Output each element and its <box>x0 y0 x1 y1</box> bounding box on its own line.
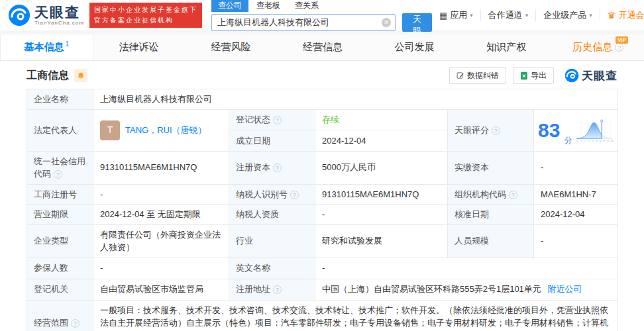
taxpayer-id: 91310115MAE6M1HN7Q <box>315 184 448 205</box>
field-label: 登记机关 <box>27 279 93 300</box>
tab-legal-proceedings[interactable]: 法律诉讼 <box>93 34 186 60</box>
field-label: 人员规模 <box>448 224 534 258</box>
field-label: 英文名称 <box>229 258 315 279</box>
reg-status: 存续 <box>315 109 448 130</box>
svg-text:15: 15 <box>588 139 590 142</box>
svg-text:5: 5 <box>584 139 586 142</box>
svg-text:100: 100 <box>610 139 614 142</box>
field-label: 统一社会信用代码? <box>27 151 93 184</box>
nav-open-vip[interactable]: ♛ 开通会员 ▾ <box>600 9 644 21</box>
paid-capital: - <box>534 151 618 184</box>
search-button[interactable]: 天眼一下 <box>402 13 432 32</box>
field-label: 参保人数 <box>27 258 93 279</box>
insured-count: - <box>93 258 229 279</box>
tab-history-info[interactable]: VIP 历史信息 ? <box>552 34 644 60</box>
search-tab-company[interactable]: 查公司 <box>211 0 248 12</box>
field-label: 企业名称 <box>27 89 93 110</box>
svg-text:60: 60 <box>596 139 598 142</box>
tab-basic-info[interactable]: 基本信息1 <box>0 34 93 60</box>
field-label: 实缴资本 <box>448 151 534 184</box>
svg-text:99: 99 <box>607 139 610 142</box>
score-distribution-chart: 0 1 5 15 40 60 80 95 99 100 <box>576 113 614 148</box>
establish-date: 2024-12-04 <box>315 130 448 152</box>
help-icon[interactable]: ? <box>492 126 500 135</box>
help-icon[interactable]: ? <box>290 191 299 199</box>
staff-size: - <box>534 224 618 258</box>
taxpayer-quality: - <box>315 205 448 225</box>
help-icon[interactable]: ? <box>54 170 62 179</box>
company-type: 有限责任公司（外商投资企业法人独资） <box>93 224 229 258</box>
field-label: 经营范围? <box>27 300 93 331</box>
nav-apps[interactable]: ▦ 应用 ▾ <box>432 9 480 21</box>
search-tab-boss[interactable]: 查老板 <box>250 0 287 12</box>
tab-business-info[interactable]: 经营信息 <box>277 34 369 60</box>
nearby-companies-link[interactable]: 附近公司 <box>547 284 582 294</box>
score-value: 83 <box>538 120 560 140</box>
reg-number: - <box>93 184 229 205</box>
uscc: 91310115MAE6M1HN7Q <box>93 151 229 184</box>
svg-text:0: 0 <box>577 139 578 142</box>
subscribe-bell-icon[interactable] <box>74 69 87 82</box>
search-area: 查公司 查老板 查关系 ✕ 天眼一下 <box>211 0 432 32</box>
reg-capital: 5000万人民币 <box>315 151 448 184</box>
tab-operating-risk[interactable]: 经营风险 <box>185 34 277 60</box>
field-label: 天眼评分? <box>448 109 534 151</box>
help-icon[interactable]: ? <box>273 164 282 172</box>
field-label: 法定代表人 <box>27 109 93 151</box>
svg-text:40: 40 <box>592 139 594 142</box>
crown-icon: ♛ <box>608 10 616 21</box>
address: 中国（上海）自由贸易试验区环科路555弄2号1层101单元 <box>322 284 541 294</box>
business-info-section-header: 工商信息 数据纠错 导出 天眼查 <box>0 61 644 89</box>
chevron-down-icon: ▾ <box>525 12 529 19</box>
help-icon[interactable]: ? <box>273 285 282 294</box>
export-button[interactable]: 导出 <box>513 67 554 84</box>
legal-rep-link[interactable]: TANG，RUI（唐锐） <box>125 124 207 137</box>
search-tab-relation[interactable]: 查关系 <box>288 0 325 12</box>
svg-text:95: 95 <box>604 139 606 142</box>
tab-intellectual-property[interactable]: 知识产权 <box>460 34 553 60</box>
apps-grid-icon: ▦ <box>439 11 447 21</box>
tianyancha-logo-icon <box>8 4 30 26</box>
vip-badge: VIP <box>616 36 628 44</box>
help-icon[interactable]: ? <box>71 319 80 328</box>
data-correction-button[interactable]: 数据纠错 <box>449 67 506 84</box>
logo-title: 天眼查 <box>34 5 84 19</box>
field-label: 核准日期 <box>448 205 534 225</box>
business-info-table: 企业名称 上海纵目机器人科技有限公司 法定代表人 T TANG，RUI（唐锐） … <box>27 89 618 331</box>
svg-text:1: 1 <box>581 139 582 142</box>
avatar: T <box>100 120 120 140</box>
help-icon[interactable]: ? <box>509 191 517 199</box>
field-label: 注册地址? <box>229 279 315 300</box>
business-term: 2024-12-04 至 无固定期限 <box>93 205 229 225</box>
field-label: 纳税人识别号? <box>229 184 315 205</box>
nav-cooperation[interactable]: 合作通道 ▾ <box>480 9 536 21</box>
top-nav: ▦ 应用 ▾ 合作通道 ▾ 企业级产品 ▾ ♛ 开通会员 ▾ 肖青羽 ▾ <box>432 9 644 21</box>
legal-rep-cell: T TANG，RUI（唐锐） <box>93 109 229 151</box>
field-label: 成立日期 <box>229 130 315 152</box>
company-name: 上海纵目机器人科技有限公司 <box>93 89 618 110</box>
tab-company-development[interactable]: 公司发展 <box>368 34 460 60</box>
field-label: 登记状态? <box>229 109 315 130</box>
svg-text:80: 80 <box>600 139 602 142</box>
tianyancha-logo[interactable]: 天眼查 TianYanCha.com <box>8 4 84 26</box>
approval-date: 2024-12-04 <box>534 205 618 225</box>
tianyancha-logo-icon <box>564 68 579 83</box>
field-label: 行业 <box>229 224 315 258</box>
field-label: 纳税人资质 <box>229 205 315 225</box>
company-tab-bar: 基本信息1 法律诉讼 经营风险 经营信息 公司发展 知识产权 VIP 历史信息 … <box>0 34 644 61</box>
nav-enterprise-products[interactable]: 企业级产品 ▾ <box>535 9 600 21</box>
chevron-down-icon: ▾ <box>589 12 592 19</box>
field-label: 工商注册号 <box>27 184 93 205</box>
business-scope: 一般项目：技术服务、技术开发、技术咨询、技术交流、技术转让、技术推广；软件开发。… <box>93 300 618 331</box>
top-header: 天眼查 TianYanCha.com 国家中小企业发展子基金旗下 官方备案企业征… <box>0 0 644 30</box>
field-label: 营业期限 <box>27 205 93 225</box>
logo-domain: TianYanCha.com <box>34 21 84 26</box>
org-code: MAE6M1HN-7 <box>534 184 618 205</box>
search-input[interactable] <box>211 14 396 31</box>
clear-icon[interactable]: ✕ <box>382 18 391 27</box>
excel-file-icon <box>520 71 528 80</box>
gov-certification-badge: 国家中小企业发展子基金旗下 官方备案企业征信机构 <box>89 3 202 28</box>
help-icon[interactable]: ? <box>273 116 282 124</box>
help-icon[interactable]: ? <box>615 43 623 52</box>
section-title: 工商信息 <box>27 69 69 83</box>
